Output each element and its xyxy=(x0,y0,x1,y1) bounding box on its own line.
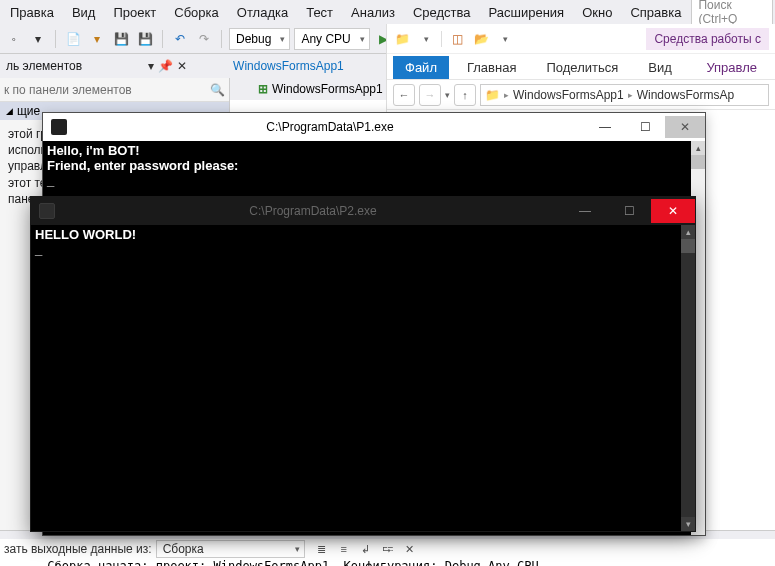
redo-icon[interactable]: ↷ xyxy=(194,29,214,49)
dropdown-icon[interactable]: ▾ xyxy=(148,59,154,73)
minimize-button[interactable]: — xyxy=(585,116,625,138)
scroll-down-icon[interactable]: ▾ xyxy=(681,517,695,531)
menu-help[interactable]: Справка xyxy=(622,2,689,23)
folder-icon[interactable]: 📁 xyxy=(393,30,411,48)
search-icon[interactable]: 🔍 xyxy=(210,83,225,97)
toggle-icon[interactable]: ≡ xyxy=(335,540,353,558)
config-combo[interactable]: Debug xyxy=(229,28,290,50)
nav-history-icon[interactable]: ▾ xyxy=(445,90,450,100)
separator xyxy=(162,30,163,48)
scrollbar[interactable]: ▴ ▾ xyxy=(681,225,695,531)
separator xyxy=(441,31,442,47)
open-folder-icon[interactable]: 📂 xyxy=(472,30,490,48)
scroll-up-icon[interactable]: ▴ xyxy=(681,225,695,239)
titlebar[interactable]: C:\ProgramData\P1.exe — ☐ ✕ xyxy=(43,113,705,141)
menu-edit[interactable]: Правка xyxy=(2,2,62,23)
maximize-button[interactable]: ☐ xyxy=(607,199,651,223)
minimize-button[interactable]: — xyxy=(563,199,607,223)
clear-all-icon[interactable]: ✕ xyxy=(401,540,419,558)
crumb-2[interactable]: WindowsFormsAp xyxy=(637,88,734,102)
vs-menu-bar: Правка Вид Проект Сборка Отладка Тест Ан… xyxy=(0,0,775,24)
crumb-1[interactable]: WindowsFormsApp1 xyxy=(513,88,624,102)
window-title: C:\ProgramData\P2.exe xyxy=(63,204,563,218)
explorer-qat: 📁 ▾ ◫ 📂 ▾ Средства работы с xyxy=(387,24,775,54)
word-wrap-icon[interactable]: ↲ xyxy=(357,540,375,558)
output-source-label: зать выходные данные из: xyxy=(4,542,152,556)
close-button[interactable]: ✕ xyxy=(665,116,705,138)
output-source-combo[interactable]: Сборка xyxy=(156,540,305,558)
explorer-nav: ← → ▾ ↑ 📁 ▸ WindowsFormsApp1 ▸ WindowsFo… xyxy=(387,80,775,110)
term-line: Hello, i'm BOT! xyxy=(47,143,140,158)
scroll-up-icon[interactable]: ▴ xyxy=(691,141,705,155)
scroll-thumb[interactable] xyxy=(691,155,705,169)
menu-build[interactable]: Сборка xyxy=(166,2,227,23)
folder-icon: 📁 xyxy=(485,88,500,102)
qat-dropdown-icon[interactable]: ▾ xyxy=(417,30,435,48)
sub-doc-label[interactable]: WindowsFormsApp1 xyxy=(272,82,383,96)
toolbox-search-placeholder: к по панели элементов xyxy=(4,83,132,97)
app-icon xyxy=(51,119,67,135)
qat-chevron-icon[interactable]: ▾ xyxy=(496,30,514,48)
menu-view[interactable]: Вид xyxy=(64,2,104,23)
new-item-icon[interactable]: 📄 xyxy=(63,29,83,49)
tab-home[interactable]: Главная xyxy=(455,56,528,79)
nav-back-icon[interactable]: ◦ xyxy=(4,29,24,49)
close-icon[interactable]: ✕ xyxy=(177,59,187,73)
menu-debug[interactable]: Отладка xyxy=(229,2,296,23)
menu-project[interactable]: Проект xyxy=(105,2,164,23)
menu-analyze[interactable]: Анализ xyxy=(343,2,403,23)
cursor: _ xyxy=(47,173,54,188)
close-button[interactable]: ✕ xyxy=(651,199,695,223)
explorer-tools-label: Средства работы с xyxy=(646,28,769,50)
doc-tab[interactable]: WindowsFormsApp1 xyxy=(223,56,354,77)
cursor: _ xyxy=(35,242,42,257)
properties-icon[interactable]: ◫ xyxy=(448,30,466,48)
nav-fwd-icon[interactable]: ▾ xyxy=(28,29,48,49)
chevron-right-icon[interactable]: ▸ xyxy=(628,90,633,100)
term-line: HELLO WORLD! xyxy=(35,227,136,242)
menu-extensions[interactable]: Расширения xyxy=(481,2,573,23)
save-icon[interactable]: 💾 xyxy=(111,29,131,49)
toolbox-title: ль элементов xyxy=(0,59,88,73)
menu-test[interactable]: Тест xyxy=(298,2,341,23)
tab-share[interactable]: Поделиться xyxy=(534,56,630,79)
undo-icon[interactable]: ↶ xyxy=(170,29,190,49)
csharp-file-icon: ⊞ xyxy=(258,82,268,96)
nav-back-button[interactable]: ← xyxy=(393,84,415,106)
window-title: C:\ProgramData\P1.exe xyxy=(75,120,585,134)
address-bar[interactable]: 📁 ▸ WindowsFormsApp1 ▸ WindowsFormsAp xyxy=(480,84,769,106)
open-icon[interactable]: ▾ xyxy=(87,29,107,49)
menu-window[interactable]: Окно xyxy=(574,2,620,23)
explorer-ribbon-tabs: Файл Главная Поделиться Вид Управле xyxy=(387,54,775,80)
separator xyxy=(55,30,56,48)
output-toolbar: зать выходные данные из: Сборка ≣ ≡ ↲ ⮓ … xyxy=(0,539,775,559)
titlebar[interactable]: C:\ProgramData\P2.exe — ☐ ✕ xyxy=(31,197,695,225)
save-all-icon[interactable]: 💾 xyxy=(135,29,155,49)
menu-tools[interactable]: Средства xyxy=(405,2,479,23)
output-log-line: ----- Сборка начата: проект: WindowsForm… xyxy=(0,559,775,566)
tab-manage[interactable]: Управле xyxy=(694,56,769,79)
app-icon xyxy=(39,203,55,219)
clear-icon[interactable]: ≣ xyxy=(313,540,331,558)
platform-combo[interactable]: Any CPU xyxy=(294,28,369,50)
term-line: Friend, enter password please: xyxy=(47,158,238,173)
maximize-button[interactable]: ☐ xyxy=(625,116,665,138)
find-icon[interactable]: ⮓ xyxy=(379,540,397,558)
nav-forward-button[interactable]: → xyxy=(419,84,441,106)
toolbox-search[interactable]: к по панели элементов 🔍 xyxy=(0,78,229,102)
scroll-thumb[interactable] xyxy=(681,239,695,253)
console-window-p2[interactable]: C:\ProgramData\P2.exe — ☐ ✕ HELLO WORLD!… xyxy=(30,196,696,532)
chevron-right-icon[interactable]: ▸ xyxy=(504,90,509,100)
terminal-output[interactable]: HELLO WORLD! _ xyxy=(31,225,681,531)
tab-view[interactable]: Вид xyxy=(636,56,684,79)
tab-file[interactable]: Файл xyxy=(393,56,449,79)
separator xyxy=(221,30,222,48)
pin-icon[interactable]: 📌 xyxy=(158,59,173,73)
toolbox-group-label: щие xyxy=(17,104,40,118)
chevron-down-icon: ◢ xyxy=(6,106,13,116)
nav-up-button[interactable]: ↑ xyxy=(454,84,476,106)
